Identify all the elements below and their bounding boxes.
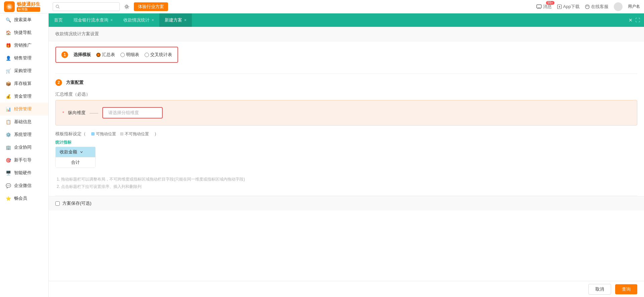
finance-icon: 💰 (5, 93, 11, 99)
radio-summary[interactable]: 汇总表 (96, 52, 115, 58)
radio-cross-input[interactable] (145, 53, 149, 57)
tab-bank-flow-close[interactable]: × (110, 18, 113, 22)
message-button[interactable]: 消息 99+ (536, 4, 552, 10)
draggable-indicator (91, 132, 95, 136)
stats-table-cell: 合计 (56, 157, 95, 167)
stats-table: 收款金额 合计 (55, 147, 96, 168)
dimension-select[interactable]: 请选择分组维度 (102, 107, 163, 118)
template-radio-group: 汇总表 明细表 交叉统计表 (96, 52, 172, 58)
fixed-label: 不可拖动位置 (125, 131, 149, 137)
trial-button[interactable]: 体验行业方案 (134, 2, 168, 11)
top-bar: 畅 畅捷通好生 标准版 体验行业方案 消息 99+ App下载 在线客服 (0, 0, 644, 13)
radio-cross[interactable]: 交叉统计表 (145, 52, 172, 58)
radio-detail[interactable]: 明细表 (120, 52, 139, 58)
step1-num: 1 (61, 51, 68, 58)
tab-new-plan[interactable]: 新建方案 × (159, 13, 192, 27)
content-area: 首页 现金银行流水查询 × 收款情况统计 × 新建方案 × ✕ ⛶ (49, 13, 644, 297)
sidebar-item-finance[interactable]: 💰 资金管理 (0, 90, 48, 103)
dimension-placeholder: 请选择分组维度 (108, 110, 139, 115)
sidebar-item-purchase[interactable]: 🛒 采购管理 (0, 64, 48, 77)
sales-icon: 👤 (5, 55, 11, 61)
system-icon: ⚙️ (5, 132, 11, 138)
cancel-button[interactable]: 取消 (588, 284, 611, 295)
sidebar: 🔍 搜索菜单 🏠 快捷导航 🎁 营销推广 👤 销售管理 🛒 采购管理 📦 库存核… (0, 13, 49, 297)
sidebar-label-purchase: 采购管理 (14, 68, 32, 74)
radio-summary-input[interactable] (96, 53, 101, 57)
username-display: 用户名 (628, 4, 640, 9)
tab-home-label: 首页 (54, 17, 63, 23)
user-avatar[interactable] (614, 2, 623, 11)
sidebar-label-search-menu: 搜索菜单 (14, 17, 32, 23)
draggable-legend: 可拖动位置 (91, 131, 116, 137)
tab-new-plan-close[interactable]: × (184, 18, 186, 22)
sidebar-item-collab[interactable]: 🏢 企业协同 (0, 141, 48, 154)
sidebar-label-hardware: 智能硬件 (14, 170, 32, 176)
metrics-legend: 可拖动位置 不可拖动位置 (91, 131, 149, 137)
page-content: 收款情况统计方案设置 1 选择模板 汇总表 (49, 27, 644, 281)
top-search-area: 体验行业方案 (53, 2, 536, 11)
tab-bar-actions: ✕ ⛶ (629, 17, 644, 23)
tab-bar: 首页 现金银行流水查询 × 收款情况统计 × 新建方案 × ✕ ⛶ (49, 13, 644, 27)
save-row: 方案保存(可选) (49, 196, 644, 210)
tab-close-btn[interactable]: ✕ (629, 17, 633, 23)
radio-cross-label: 交叉统计表 (150, 52, 172, 58)
fixed-legend: 不可拖动位置 (120, 131, 149, 137)
sidebar-item-system[interactable]: ⚙️ 系统管理 (0, 128, 48, 141)
bottom-bar: 取消 查询 (49, 281, 644, 297)
sidebar-item-search-menu[interactable]: 🔍 搜索菜单 (0, 13, 48, 26)
logo-icon: 畅 (4, 1, 15, 12)
sidebar-item-sales[interactable]: 👤 销售管理 (0, 52, 48, 64)
logo-text: 畅捷通好生 (17, 1, 40, 7)
svg-point-2 (56, 5, 59, 8)
sidebar-item-marketing[interactable]: 🎁 营销推广 (0, 39, 48, 52)
member-icon: ⭐ (5, 195, 11, 201)
tab-maximize-btn[interactable]: ⛶ (635, 17, 640, 23)
stats-group-label: 统计指标 (55, 140, 637, 145)
tab-home[interactable]: 首页 (49, 13, 68, 27)
search-box[interactable] (53, 2, 120, 11)
sidebar-item-basic-info[interactable]: 📋 基础信息 (0, 115, 48, 128)
logo-badge: 标准版 (17, 7, 40, 12)
template-selection-box: 1 选择模板 汇总表 明细表 (55, 47, 178, 63)
message-icon (536, 4, 542, 9)
tab-receipt-stats-close[interactable]: × (152, 18, 154, 22)
tab-new-plan-label: 新建方案 (165, 17, 182, 23)
sidebar-item-operations[interactable]: 📊 经营管理 (0, 103, 48, 115)
online-service-button[interactable]: 在线客服 (585, 4, 608, 10)
required-marker: * (62, 110, 64, 115)
message-badge: 99+ (546, 1, 554, 5)
draggable-label: 可拖动位置 (96, 131, 116, 137)
query-button[interactable]: 查询 (615, 284, 637, 294)
sidebar-item-wechat[interactable]: 💬 企业微信 (0, 179, 48, 192)
sidebar-item-member[interactable]: ⭐ 畅会员 (0, 192, 48, 205)
metrics-label: 模板指标设定（ 可拖动位置 不可拖动位置 (55, 131, 637, 137)
hardware-icon: 🖥️ (5, 170, 11, 176)
search-input[interactable] (61, 4, 111, 9)
svg-text:畅: 畅 (8, 5, 11, 9)
radio-detail-label: 明细表 (126, 52, 139, 58)
sidebar-item-quick-nav[interactable]: 🏠 快捷导航 (0, 26, 48, 39)
summary-dim-title: 汇总维度（必选） (55, 91, 637, 97)
sidebar-item-hardware[interactable]: 🖥️ 智能硬件 (0, 166, 48, 179)
step1-label: 选择模板 (73, 52, 91, 58)
svg-line-3 (58, 7, 59, 8)
save-checkbox[interactable] (55, 201, 60, 206)
stats-table-header[interactable]: 收款金额 (56, 147, 95, 157)
sidebar-item-guide[interactable]: 🎯 新手引导 (0, 154, 48, 166)
radio-detail-input[interactable] (120, 53, 125, 57)
sidebar-label-finance: 资金管理 (14, 93, 32, 99)
settings-icon[interactable] (122, 2, 131, 11)
metrics-close-paren: ） (154, 131, 159, 137)
sidebar-item-inventory[interactable]: 📦 库存核算 (0, 77, 48, 90)
app-download-icon (557, 4, 562, 9)
tab-receipt-stats[interactable]: 收款情况统计 × (118, 13, 159, 27)
tab-bank-flow[interactable]: 现金银行流水查询 × (68, 13, 118, 27)
app-download-button[interactable]: App下载 (557, 4, 580, 10)
step2-section: 2 方案配置 汇总维度（必选） * 纵向维度 —— 请选择分组维度 (49, 74, 644, 196)
guide-icon: 🎯 (5, 157, 11, 163)
tab-bank-flow-label: 现金银行流水查询 (73, 17, 108, 23)
step2-row: 2 方案配置 (55, 79, 637, 86)
sidebar-label-wechat: 企业微信 (14, 183, 32, 189)
tip-1: 1. 拖动标题栏可以调整布局，不可跨维度或指标区域拖动栏目字段(只能在同一维度或… (55, 176, 637, 183)
marketing-icon: 🎁 (5, 42, 11, 48)
